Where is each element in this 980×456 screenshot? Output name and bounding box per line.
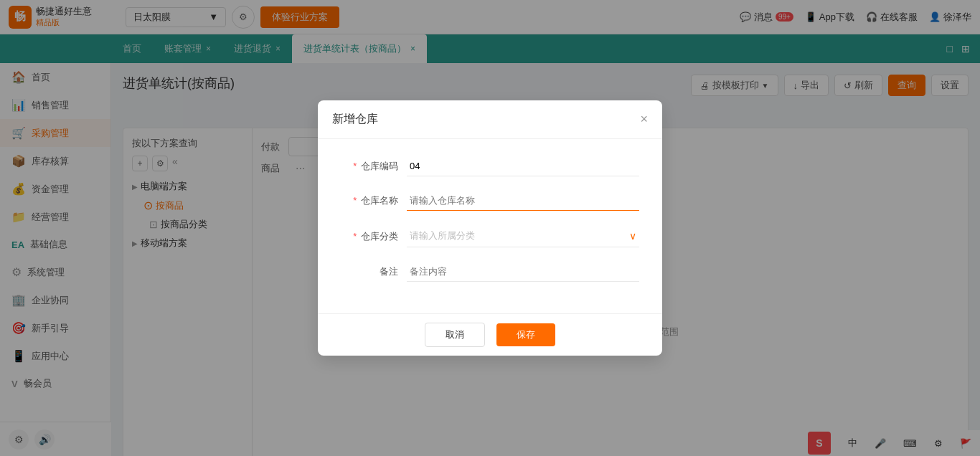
category-select[interactable]: 请输入所属分类 ∨ (407, 225, 639, 247)
note-label: 备注 (341, 265, 398, 278)
dialog-body: * 仓库编码 * 仓库名称 * 仓库分类 请输入所属 (318, 139, 662, 313)
form-row-name: * 仓库名称 (341, 191, 639, 211)
form-row-category: * 仓库分类 请输入所属分类 ∨ (341, 225, 639, 247)
dialog-footer: 取消 保存 (318, 313, 662, 356)
form-row-note: 备注 (341, 262, 639, 282)
new-warehouse-dialog: 新增仓库 × * 仓库编码 * 仓库名称 (318, 100, 662, 356)
category-label: * 仓库分类 (341, 230, 398, 243)
save-button[interactable]: 保存 (496, 323, 555, 346)
category-placeholder: 请输入所属分类 (410, 229, 475, 242)
name-label: * 仓库名称 (341, 194, 398, 207)
form-row-code: * 仓库编码 (341, 156, 639, 176)
code-label: * 仓库编码 (341, 160, 398, 173)
name-input[interactable] (407, 191, 639, 211)
code-input[interactable] (407, 156, 639, 176)
dialog-close-button[interactable]: × (640, 112, 648, 127)
cancel-button[interactable]: 取消 (425, 323, 485, 347)
modal-overlay: 新增仓库 × * 仓库编码 * 仓库名称 (0, 0, 980, 456)
dialog-title: 新增仓库 (332, 112, 378, 127)
note-input[interactable] (407, 262, 639, 282)
dialog-header: 新增仓库 × (318, 100, 662, 139)
category-chevron-icon: ∨ (629, 230, 636, 242)
